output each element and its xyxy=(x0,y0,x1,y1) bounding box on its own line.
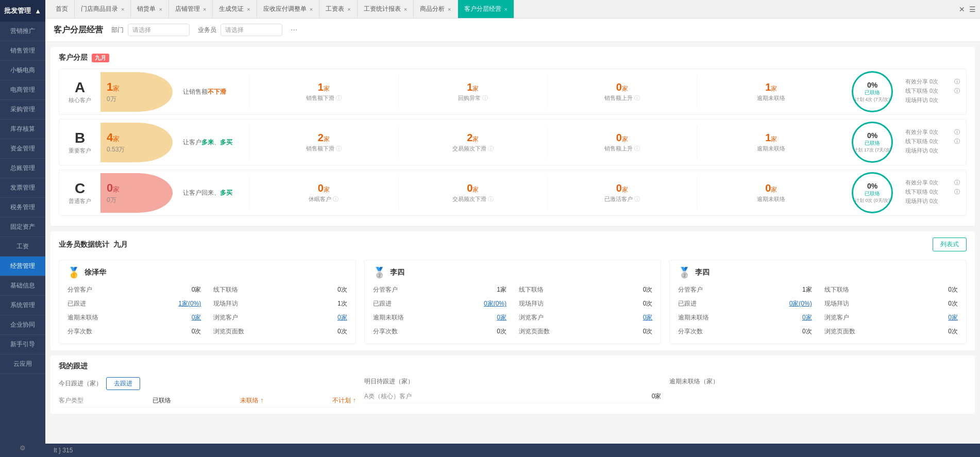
staff-stat-row: 浏览客户 0家 xyxy=(213,312,347,324)
tab-close-all-icon[interactable]: ✕ xyxy=(959,5,965,13)
tier-b-label: B 重要客户 xyxy=(59,120,100,165)
info-icon[interactable]: ⓘ xyxy=(634,145,640,153)
sidebar-item-tax[interactable]: 税务管理 xyxy=(0,198,45,217)
tab-payroll[interactable]: 工资表× xyxy=(319,0,357,19)
followup-title: 我的跟进 xyxy=(59,362,967,371)
sidebar-item-operations[interactable]: 经营管理 xyxy=(0,257,45,276)
tab-payroll-report[interactable]: 工资统计报表× xyxy=(358,0,414,19)
staff-stat-row: 分管客户 0家 xyxy=(67,284,201,296)
tier-b-stats: 2家 销售额下滑 ⓘ 2家 交易频次下滑 ⓘ 0家 销售额上升 ⓘ 1家 逾期未… xyxy=(249,122,966,163)
sidebar-item-basics[interactable]: 基础信息 xyxy=(0,276,45,296)
info-icon[interactable]: ⓘ xyxy=(336,145,342,153)
staff-stat-row: 浏览页面数 0次 xyxy=(519,326,652,337)
tab-close-payroll-report[interactable]: × xyxy=(404,6,407,12)
tab-product-analysis[interactable]: 商品分析× xyxy=(414,0,458,19)
staff-name-3: 李四 xyxy=(695,268,709,277)
filter-more-icon[interactable]: ··· xyxy=(291,25,297,35)
list-view-button[interactable]: 列表式 xyxy=(933,238,967,251)
info-icon[interactable]: ⓘ xyxy=(488,195,494,203)
tier-c-row: C 普通客户 0家 0万 让客户回来、多买 0家 休眠客户 ⓘ 0家 xyxy=(59,170,967,216)
sidebar-header[interactable]: 批发管理 ▲ xyxy=(0,0,45,22)
info-icon[interactable]: ⓘ xyxy=(954,78,960,86)
dept-select[interactable]: 请选择 xyxy=(128,24,190,36)
sidebar-item-system[interactable]: 系统管理 xyxy=(0,296,45,315)
tab-close-customer-tier[interactable]: × xyxy=(504,6,508,12)
tab-close-store-mgmt[interactable]: × xyxy=(203,6,206,12)
tab-close-store-products[interactable]: × xyxy=(121,6,124,12)
tab-close-voucher[interactable]: × xyxy=(247,6,250,12)
info-icon[interactable]: ⓘ xyxy=(954,179,960,187)
sidebar-item-finance[interactable]: 资金管理 xyxy=(0,139,45,159)
tier-a-stat-1: 1家 销售额下滑 ⓘ xyxy=(249,75,398,108)
biz-header: 业务员数据统计 九月 列表式 xyxy=(59,238,967,251)
tier-a-count: 1家 0万 xyxy=(100,72,173,112)
sidebar-toggle-icon[interactable]: ▲ xyxy=(35,7,41,15)
tab-close-sales-order[interactable]: × xyxy=(159,6,162,12)
sidebar-item-ledger[interactable]: 总账管理 xyxy=(0,159,45,178)
go-followup-button[interactable]: 去跟进 xyxy=(106,377,140,390)
tab-close-payroll[interactable]: × xyxy=(347,6,350,12)
info-icon[interactable]: ⓘ xyxy=(954,138,960,145)
sidebar-item-sales[interactable]: 销售管理 xyxy=(0,41,45,61)
tier-c-suggestion: 让客户回来、多买 xyxy=(177,184,249,201)
sidebar-item-payroll[interactable]: 工资 xyxy=(0,237,45,257)
tab-receivable[interactable]: 应收应付调整单× xyxy=(257,0,319,19)
info-icon[interactable]: ⓘ xyxy=(634,195,640,203)
tier-c-stats: 0家 休眠客户 ⓘ 0家 交易频次下滑 ⓘ 0家 已激活客户 ⓘ 0家 逾期未联… xyxy=(249,172,966,213)
staff-stat-row: 现场拜访 1次 xyxy=(213,298,347,310)
customer-tier-section: 客户分层 九月 A 核心客户 1家 0万 让销售额不下滑 1家 xyxy=(50,47,975,226)
staff-stat-row: 已跟进 1家(0%) xyxy=(67,298,201,310)
info-icon[interactable]: ⓘ xyxy=(482,94,488,102)
staff-stat-row: 逾期未联络 0家 xyxy=(67,312,201,324)
tab-close-receivable[interactable]: × xyxy=(310,6,313,12)
staff-stat-row: 分享次数 0次 xyxy=(67,326,201,337)
staff-stat-row: 浏览页面数 0次 xyxy=(824,326,958,337)
info-icon[interactable]: ⓘ xyxy=(333,195,339,203)
tier-b-row: B 重要客户 4家 0.53万 让客户多来、多买 2家 销售额下滑 ⓘ 2 xyxy=(59,119,967,165)
tab-customer-tier[interactable]: 客户分层经营× xyxy=(458,0,514,19)
sidebar-item-marketing[interactable]: 营销推广 xyxy=(0,22,45,41)
sidebar-item-invoice[interactable]: 发票管理 xyxy=(0,178,45,198)
info-icon[interactable]: ⓘ xyxy=(954,87,960,95)
tier-c-contact-circle: 0% 已联络 计划 0次 (0天/次) xyxy=(852,172,893,213)
sidebar-item-guide[interactable]: 新手引导 xyxy=(0,335,45,354)
tab-voucher[interactable]: 生成凭证× xyxy=(213,0,257,19)
tab-bar-actions: ✕ ☰ xyxy=(959,5,976,13)
sidebar-item-cloud[interactable]: 云应用 xyxy=(0,354,45,374)
staff-label: 业务员 xyxy=(198,26,216,35)
sidebar-item-purchase[interactable]: 采购管理 xyxy=(0,100,45,120)
tab-close-product-analysis[interactable]: × xyxy=(448,6,451,12)
info-icon[interactable]: ⓘ xyxy=(954,128,960,136)
staff-stat-row: 线下联络 0次 xyxy=(824,284,958,296)
tab-sales-order[interactable]: 销货单× xyxy=(131,0,168,19)
followup-overdue-col: 逾期未联络（家） xyxy=(669,377,967,408)
staff-medal-1: 🥇 xyxy=(67,266,80,279)
tab-store-mgmt[interactable]: 店铺管理× xyxy=(169,0,213,19)
staff-card-3: 🥈 李四 分管客户 1家 线下联络 0次 已跟进 xyxy=(669,260,967,344)
sidebar-item-assets[interactable]: 固定资产 xyxy=(0,217,45,237)
followup-today-col: 今日跟进（家） 去跟进 客户类型 已联络 未联络 ↑ 不计划 ↑ xyxy=(59,377,356,408)
staff-stat-row: 已跟进 0家(0%) xyxy=(678,298,812,310)
tier-b-stat-3: 0家 销售额上升 ⓘ xyxy=(547,126,697,159)
customer-tier-title: 客户分层 九月 xyxy=(59,53,967,62)
info-icon[interactable]: ⓘ xyxy=(488,145,494,153)
tab-store-products[interactable]: 门店商品目录× xyxy=(75,0,131,19)
staff-stat-row: 分管客户 1家 xyxy=(678,284,812,296)
tab-home[interactable]: 首页 xyxy=(49,0,75,19)
info-icon[interactable]: ⓘ xyxy=(634,94,640,102)
followup-tomorrow-col: 明日待跟进（家） A类（核心）客户 0家 xyxy=(364,377,662,408)
sidebar-item-ecommerce[interactable]: 电商管理 xyxy=(0,80,45,100)
info-icon[interactable]: ⓘ xyxy=(954,188,960,196)
staff-stat-row: 分管客户 1家 xyxy=(373,284,506,296)
staff-select[interactable]: 请选择 xyxy=(221,24,282,36)
sidebar-item-ecommerce-small[interactable]: 小畅电商 xyxy=(0,61,45,80)
staff-stat-row: 逾期未联络 0家 xyxy=(373,312,506,324)
sidebar-item-inventory[interactable]: 库存核算 xyxy=(0,120,45,139)
tier-c-count: 0家 0万 xyxy=(100,173,173,213)
tier-a-side-stats: 有效分享 0次ⓘ 线下联络 0次ⓘ 现场拜访 0次 xyxy=(899,74,966,110)
sidebar-settings[interactable]: ⚙ xyxy=(0,439,45,457)
tab-menu-icon[interactable]: ☰ xyxy=(969,5,976,13)
sidebar-item-collab[interactable]: 企业协同 xyxy=(0,315,45,335)
info-icon[interactable]: ⓘ xyxy=(336,94,342,102)
tier-b-count: 4家 0.53万 xyxy=(100,123,173,162)
